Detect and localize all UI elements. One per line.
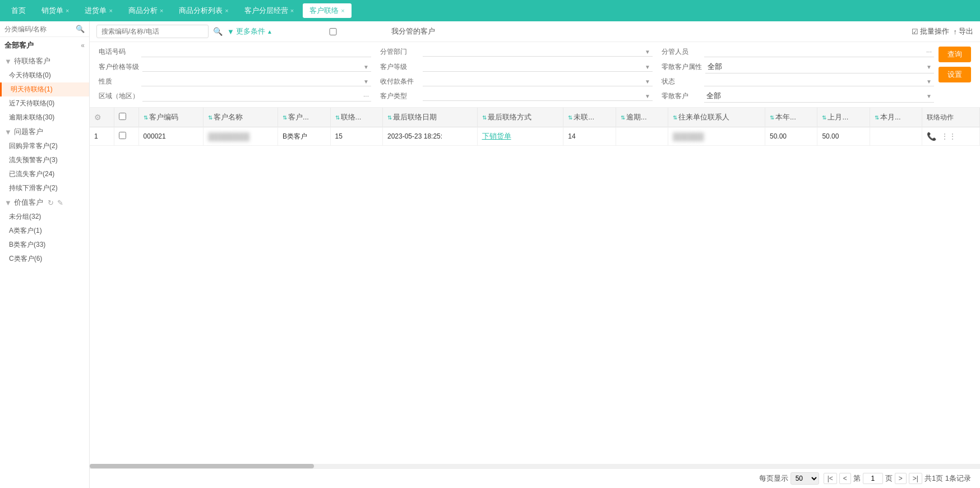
col-customer-code[interactable]: ⇅客户编码	[138, 108, 204, 127]
sidebar-item-class-a[interactable]: A类客户(1)	[0, 224, 89, 238]
filter-dept-select[interactable]: ▼	[423, 48, 653, 57]
sidebar-item-churn-warning[interactable]: 流失预警客户(3)	[0, 153, 89, 167]
pagination-control: |< < 第 页 > >| 共1页 1条记录	[824, 473, 971, 484]
filter-panel: 电话号码 分管部门 ▼ 分管人员 ···	[90, 42, 980, 108]
nav-home[interactable]: 首页	[4, 3, 33, 18]
filter-price-level-select[interactable]: ▼	[142, 63, 371, 72]
cell-actions: 📞 ⋮⋮	[922, 127, 980, 146]
filter-manager-select[interactable]: ···	[704, 47, 934, 57]
col-customer-type[interactable]: ⇅客户...	[278, 108, 330, 127]
filter-customer-type-select[interactable]: ▼	[423, 92, 653, 101]
sidebar-search-input[interactable]	[4, 25, 73, 33]
cell-last-method[interactable]: 下销货单	[477, 127, 563, 146]
filter-phone-input[interactable]	[141, 47, 371, 57]
export-button[interactable]: ↑ 导出	[954, 26, 974, 36]
filter-row-1: 电话号码 分管部门 ▼ 分管人员 ···	[99, 47, 934, 57]
filter-retail-attr-select[interactable]: 全部 ▼	[705, 61, 934, 73]
next-page-button[interactable]: >	[895, 473, 907, 484]
first-page-button[interactable]: |<	[824, 473, 837, 484]
filter-retail-customer-select[interactable]: 全部 ▼	[704, 90, 934, 103]
filter-manager-label: 分管人员	[662, 47, 701, 57]
col-contact-person[interactable]: ⇅往来单位联系人	[668, 108, 765, 127]
sidebar-item-7days-contact[interactable]: 近7天待联络(0)	[0, 96, 89, 111]
last-method-link[interactable]: 下销货单	[482, 132, 511, 140]
col-overdue[interactable]: ⇅逾期...	[616, 108, 668, 127]
filter-customer-level-select[interactable]: ▼	[423, 63, 653, 72]
region-dots-icon[interactable]: ···	[363, 92, 369, 100]
my-customers-checkbox-group[interactable]: 我分管的客户	[277, 26, 435, 36]
more-filters-button[interactable]: ▼ 更多条件 ▲	[227, 26, 272, 36]
sort-icon10: ⇅	[770, 114, 774, 121]
sidebar-search-bar[interactable]: 🔍	[0, 21, 89, 37]
sidebar-item-repurchase-anomaly[interactable]: 回购异常客户(2)	[0, 139, 89, 153]
last-page-button[interactable]: >|	[909, 473, 922, 484]
cell-uncontact: 14	[563, 127, 616, 146]
batch-operation-button[interactable]: ☑ 批量操作	[912, 26, 949, 36]
sidebar-item-class-b[interactable]: B类客户(33)	[0, 238, 89, 252]
sidebar-item-tomorrow-contact[interactable]: 明天待联络(1)	[0, 82, 89, 96]
sidebar-item-ungrouped[interactable]: 未分组(32)	[0, 210, 89, 224]
nav-sales-order[interactable]: 销货单×	[35, 3, 76, 18]
col-uncontact-days[interactable]: ⇅未联...	[563, 108, 616, 127]
filter-nature: 性质 ▼	[99, 77, 371, 86]
col-last-month[interactable]: ⇅上月...	[817, 108, 870, 127]
sidebar-item-class-c[interactable]: C类客户(6)	[0, 252, 89, 266]
more-icon[interactable]: ⋮⋮	[941, 132, 956, 141]
main-search-icon[interactable]: 🔍	[213, 27, 223, 36]
filter-nature-select[interactable]: ▼	[141, 77, 371, 86]
col-this-year[interactable]: ⇅本年...	[765, 108, 817, 127]
scrollbar-thumb[interactable]	[90, 464, 314, 468]
settings-icon[interactable]: ⚙	[94, 113, 101, 122]
col-customer-name[interactable]: ⇅客户名称	[204, 108, 278, 127]
page-size-select[interactable]: 50 100 200	[791, 472, 819, 485]
sort-icon5: ⇅	[387, 114, 392, 121]
horizontal-scrollbar[interactable]	[90, 464, 980, 468]
group-value-customers: ▼ 价值客户 ↻ ✎	[0, 195, 89, 210]
filter-region-select[interactable]: ···	[142, 91, 371, 102]
nav-product-analysis[interactable]: 商品分析×	[122, 3, 170, 18]
col-settings[interactable]: ⚙	[90, 108, 114, 127]
col-contact-count[interactable]: ⇅联络...	[330, 108, 382, 127]
col-checkbox[interactable]	[114, 108, 138, 127]
filter-arrow-icon: ▲	[267, 29, 272, 35]
edit-icon[interactable]: ✎	[57, 199, 63, 207]
filter-status-select[interactable]: ▼	[704, 77, 934, 86]
my-customers-checkbox[interactable]	[277, 28, 389, 35]
col-last-contact-method[interactable]: ⇅最后联络方式	[477, 108, 563, 127]
filter-status: 状态 ▼	[662, 77, 934, 86]
nav-customer-contact[interactable]: 客户联络×	[303, 3, 351, 18]
cell-checkbox[interactable]	[114, 127, 138, 146]
filter-nature-label: 性质	[99, 77, 138, 86]
manager-dots-icon[interactable]: ···	[926, 48, 932, 56]
select-all-checkbox[interactable]	[119, 113, 126, 120]
row-checkbox[interactable]	[119, 132, 126, 139]
filter-row-2: 客户价格等级 ▼ 客户等级 ▼ 零散客户属性	[99, 61, 934, 73]
sidebar-item-today-contact[interactable]: 今天待联络(0)	[0, 68, 89, 82]
collapse-icon[interactable]: «	[81, 42, 85, 49]
refresh-icon[interactable]: ↻	[48, 199, 54, 207]
customer-type-dropdown-icon: ▼	[645, 93, 650, 99]
sort-icon: ⇅	[144, 114, 148, 121]
query-button[interactable]: 查询	[939, 47, 971, 62]
nav-customer-management[interactable]: 客户分层经营×	[238, 3, 301, 18]
phone-icon[interactable]: 📞	[927, 132, 936, 141]
cell-index: 1	[90, 127, 114, 146]
prev-page-button[interactable]: <	[839, 473, 851, 484]
sidebar-item-declining[interactable]: 持续下滑客户(2)	[0, 181, 89, 195]
col-last-contact-date[interactable]: ⇅最后联络日期	[383, 108, 478, 127]
data-table-container: ⚙ ⇅客户编码 ⇅客户名称 ⇅客户... ⇅联络... ⇅最后联络日期 ⇅最后联…	[90, 108, 980, 464]
filter-payment-select[interactable]: ▼	[423, 77, 653, 86]
all-customers-header[interactable]: 全部客户 «	[0, 37, 89, 54]
payment-dropdown-icon: ▼	[645, 79, 650, 85]
sidebar-item-overdue-contact[interactable]: 逾期未联络(30)	[0, 111, 89, 125]
setup-button[interactable]: 设置	[939, 67, 971, 82]
sort-icon8: ⇅	[621, 114, 625, 121]
nav-purchase-order[interactable]: 进货单×	[78, 3, 119, 18]
col-this-month[interactable]: ⇅本月...	[870, 108, 922, 127]
page-number-input[interactable]	[863, 473, 883, 484]
sidebar-search-icon[interactable]: 🔍	[76, 25, 85, 33]
filter-retail-attr-label: 零散客户属性	[662, 62, 702, 72]
main-search-input[interactable]	[96, 25, 209, 38]
sidebar-item-churned[interactable]: 已流失客户(24)	[0, 167, 89, 181]
nav-product-analysis-list[interactable]: 商品分析列表×	[172, 3, 235, 18]
